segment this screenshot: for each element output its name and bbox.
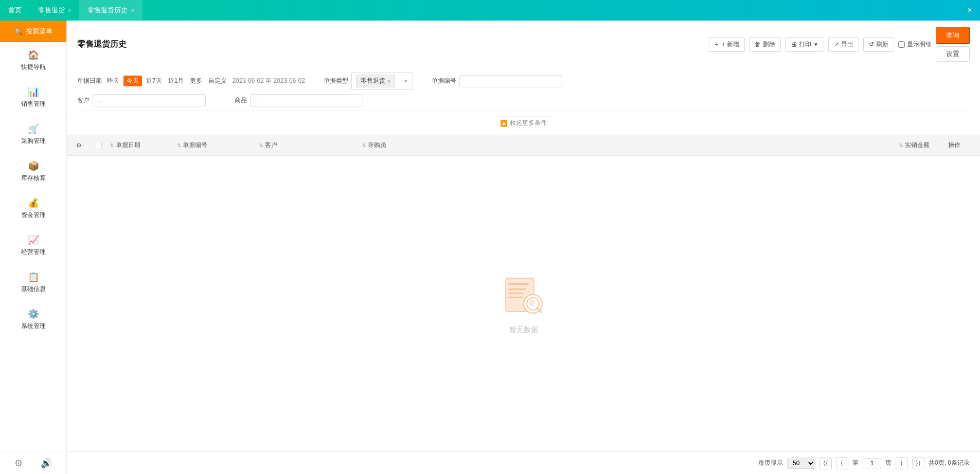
delete-label: 删除 — [763, 40, 775, 49]
tab-retail-return-label: 零售退货 — [38, 6, 65, 15]
date-btn-yesterday[interactable]: 昨天 — [105, 76, 121, 86]
show-detail-checkbox[interactable] — [898, 41, 905, 48]
sidebar-item-sales-mgmt[interactable]: 📊 销售管理 — [0, 79, 66, 116]
show-detail-checkbox-label[interactable]: 显示明细 — [898, 40, 932, 49]
date-range-display: 2023-06-02 至 2023-06-02 — [232, 77, 305, 85]
th-setting[interactable]: ⚙ — [72, 142, 91, 149]
filter-row-2: 客户 ... 商品 ... — [77, 94, 970, 106]
empty-state: 暂无数据 — [67, 156, 980, 451]
sidebar-item-sales-mgmt-label: 销售管理 — [21, 100, 46, 108]
new-icon: ＋ — [714, 40, 720, 49]
export-button[interactable]: ↗ 导出 — [828, 37, 859, 52]
date-btn-custom[interactable]: 自定义 — [206, 76, 229, 86]
settings-table-icon: ⚙ — [76, 142, 82, 149]
refresh-label: 刷新 — [876, 40, 888, 49]
tab-retail-return-history-close[interactable]: × — [131, 7, 134, 13]
th-amount-label: 实销金额 — [905, 141, 930, 150]
date-btn-1month[interactable]: 近1月 — [166, 76, 186, 86]
finance-icon: 💰 — [28, 197, 39, 209]
query-button[interactable]: 查询 — [936, 27, 970, 44]
sidebar-item-operations[interactable]: 📈 经营管理 — [0, 227, 66, 264]
sidebar-item-purchase-mgmt[interactable]: 🛒 采购管理 — [0, 116, 66, 153]
sort-icon-customer[interactable]: ⇅ — [259, 142, 263, 148]
collapse-button[interactable]: 🔼 收起更多条件 — [494, 116, 553, 130]
new-button[interactable]: ＋ + 新增 — [708, 37, 745, 52]
filter-row-1: 单据日期 昨天 今天 近7天 近1月 更多 自定义 2023-06-02 至 2… — [77, 72, 970, 90]
date-btn-more[interactable]: 更多 — [188, 76, 204, 86]
th-guide-label: 导购员 — [368, 141, 386, 150]
print-icon: 🖨 — [791, 41, 797, 48]
sort-icon-bill[interactable]: ⇅ — [177, 142, 181, 148]
page-header: 零售退货历史 ＋ + 新增 🗑 删除 🖨 打印 ▼ — [67, 21, 980, 135]
sidebar-item-quick-nav-label: 快捷导航 — [21, 63, 46, 71]
header-checkbox[interactable] — [95, 142, 102, 149]
tab-home[interactable]: 首页 — [0, 0, 30, 21]
empty-illustration — [498, 273, 549, 319]
speaker-icon[interactable]: 🔊 — [41, 458, 52, 469]
sort-icon-guide[interactable]: ⇅ — [362, 142, 366, 148]
print-label: 打印 — [799, 40, 811, 49]
sort-icon-amount[interactable]: ⇅ — [899, 142, 903, 148]
collapse-label: 收起更多条件 — [510, 119, 547, 127]
quick-nav-icon: 🏠 — [28, 49, 39, 61]
page-size-select[interactable]: 50 10 20 100 — [787, 458, 815, 469]
date-btn-today[interactable]: 今天 — [123, 76, 142, 86]
th-guide: ⇅ 导购员 — [358, 141, 440, 150]
sidebar-item-basic-info-label: 基础信息 — [21, 285, 46, 294]
sidebar-bottom: ⚙ 🔊 — [0, 452, 66, 474]
customer-select[interactable]: ... — [93, 94, 206, 106]
sidebar-item-inventory[interactable]: 📦 库存核算 — [0, 153, 66, 190]
th-bill-label: 单据编号 — [183, 141, 207, 150]
new-label: + 新增 — [722, 40, 739, 49]
th-action-label: 操作 — [948, 141, 960, 150]
operations-icon: 📈 — [28, 234, 39, 246]
window-close-button[interactable]: × — [959, 0, 980, 21]
svg-point-8 — [529, 300, 535, 306]
last-page-button[interactable]: ⟩⟩ — [912, 457, 924, 469]
th-action: 操作 — [934, 141, 975, 150]
empty-text: 暂无数据 — [509, 325, 538, 335]
svg-rect-2 — [508, 288, 526, 290]
tab-retail-return-history-label: 零售退货历史 — [87, 6, 128, 15]
next-page-button[interactable]: ⟩ — [896, 457, 908, 469]
sidebar-item-system-mgmt-label: 系统管理 — [21, 322, 46, 331]
goods-placeholder: ... — [255, 97, 260, 104]
delete-button[interactable]: 🗑 删除 — [749, 37, 781, 52]
goods-select[interactable]: ... — [250, 94, 363, 106]
sidebar-item-finance[interactable]: 💰 资金管理 — [0, 190, 66, 227]
tab-retail-return-history[interactable]: 零售退货历史 × — [79, 0, 142, 21]
sidebar-search[interactable]: 🔍 搜索菜单 — [0, 21, 66, 42]
sidebar-item-purchase-mgmt-label: 采购管理 — [21, 137, 46, 145]
page-number-input[interactable] — [863, 458, 881, 468]
query-setting-buttons: 查询 设置 — [936, 27, 970, 62]
svg-rect-4 — [508, 297, 523, 298]
bill-type-tag-close[interactable]: × — [387, 78, 390, 84]
setting-button[interactable]: 设置 — [936, 46, 970, 62]
th-checkbox[interactable] — [91, 142, 106, 149]
date-btn-7days[interactable]: 近7天 — [144, 76, 164, 86]
sort-icon-date[interactable]: ⇅ — [110, 142, 114, 148]
topbar: 首页 零售退货 × 零售退货历史 × × — [0, 0, 980, 21]
sales-mgmt-icon: 📊 — [28, 86, 39, 98]
sidebar-item-operations-label: 经营管理 — [21, 248, 46, 257]
filter-customer: 客户 ... — [77, 94, 206, 106]
bill-number-input[interactable] — [459, 75, 562, 87]
sidebar-item-basic-info[interactable]: 📋 基础信息 — [0, 264, 66, 301]
sidebar-item-inventory-label: 库存核算 — [21, 174, 46, 183]
refresh-button[interactable]: ↺ 刷新 — [863, 37, 894, 52]
prev-page-button[interactable]: ⟨ — [836, 457, 848, 469]
svg-rect-3 — [508, 293, 524, 294]
print-button[interactable]: 🖨 打印 ▼ — [785, 37, 824, 52]
bill-type-select[interactable]: 零售退货 × ▼ — [351, 72, 413, 90]
sidebar-item-system-mgmt[interactable]: ⚙️ 系统管理 — [0, 301, 66, 338]
tab-retail-return-close[interactable]: × — [68, 7, 71, 13]
page-title: 零售退货历史 — [77, 39, 127, 50]
th-customer-label: 客户 — [265, 141, 277, 150]
first-page-button[interactable]: ⟨⟨ — [819, 457, 832, 469]
settings-icon[interactable]: ⚙ — [14, 458, 23, 469]
print-chevron-icon: ▼ — [813, 42, 818, 47]
content-area: 零售退货历史 ＋ + 新增 🗑 删除 🖨 打印 ▼ — [67, 21, 980, 474]
sidebar-item-finance-label: 资金管理 — [21, 211, 46, 220]
tab-retail-return[interactable]: 零售退货 × — [30, 0, 79, 21]
sidebar-item-quick-nav[interactable]: 🏠 快捷导航 — [0, 42, 66, 79]
